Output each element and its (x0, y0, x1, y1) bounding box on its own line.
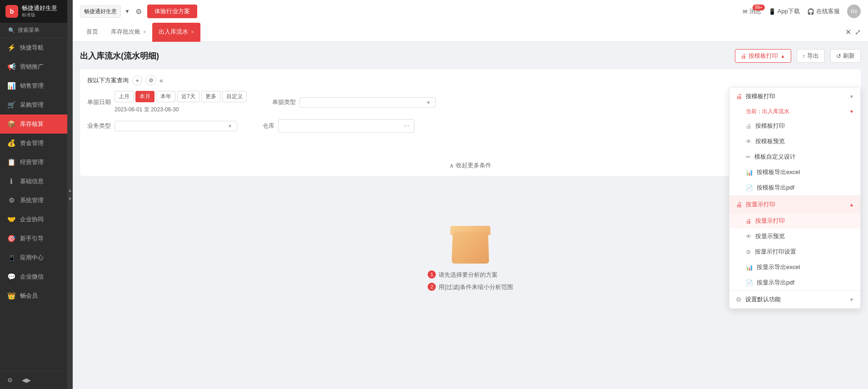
panel-item-display-preview[interactable]: 👁 按显示预览 (729, 229, 860, 244)
collab-icon: 🤝 (7, 215, 15, 224)
sidebar-item-operations[interactable]: 📋 经营管理 (0, 153, 67, 172)
guide-icon: 🎯 (7, 234, 15, 243)
refresh-button[interactable]: ↺ 刷新 (830, 49, 861, 63)
tab-inventory-batch-close[interactable]: × (143, 29, 146, 35)
page-header: 出入库流水(流水明细) 🖨 按模板打印 ▲ ↑ 导出 ↺ 刷新 (80, 49, 861, 63)
tab-close-all-button[interactable]: ✕ (845, 28, 851, 36)
template-print-chevron: ▲ (781, 54, 785, 59)
tab-stock-flow[interactable]: 出入库流水 × (152, 23, 200, 42)
panel-default-header[interactable]: ⚙ 设置默认功能 ▼ (729, 291, 860, 308)
tab-inventory-batch[interactable]: 库存批次账 × (105, 23, 152, 42)
date-btn-last-7-days[interactable]: 近7天 (177, 91, 200, 102)
filter-type-item: 单据类型 ▼ (272, 97, 436, 108)
sidebar-scroll: ▲ ▼ (67, 0, 73, 389)
filter-collapse-icon[interactable]: « (160, 77, 163, 84)
topbar-settings-icon[interactable]: ⚙ (135, 7, 142, 16)
date-btn-this-year[interactable]: 本年 (156, 91, 175, 102)
tab-expand-button[interactable]: ⤢ (855, 28, 861, 36)
sidebar-item-beginner-guide[interactable]: 🎯 新手引导 (0, 229, 67, 248)
sidebar-item-quick-nav[interactable]: ⚡ 快捷导航 (0, 38, 67, 57)
date-btn-more[interactable]: 更多 (201, 91, 220, 102)
filter-business-type-item: 业务类型 ▼ (87, 121, 237, 131)
empty-tip-1: 1 请先选择要分析的方案 (428, 270, 513, 279)
system-icon: ⚙ (7, 196, 15, 204)
panel-template-print-header[interactable]: 🖨 按模板打印 ▼ (729, 88, 860, 105)
sidebar-collapse-button[interactable]: ◀▶ (22, 377, 31, 384)
message-icon: ✉ (743, 8, 748, 15)
finance-icon: 💰 (7, 139, 15, 147)
sidebar-item-purchase[interactable]: 🛒 采购管理 (0, 95, 67, 115)
empty-tip-2: 2 用[过滤]条件来缩小分析范围 (428, 283, 513, 291)
sidebar-item-sales[interactable]: 📊 销售管理 (0, 76, 67, 95)
type-select[interactable]: ▼ (299, 97, 436, 108)
dropdown-panel: 🖨 按模板打印 ▼ 当前：出入库流水 ▼ 🖨 按模板打印 👁 按模板预览 (729, 87, 861, 309)
empty-illustration (443, 218, 498, 263)
page-content: 出入库流水(流水明细) 🖨 按模板打印 ▲ ↑ 导出 ↺ 刷新 (73, 42, 868, 389)
default-panel-icon: ⚙ (736, 296, 742, 303)
user-avatar[interactable]: Rit (847, 5, 861, 18)
panel-item-display-print-settings[interactable]: ⚙ 按显示打印设置 (729, 244, 860, 259)
sidebar-item-enterprise-collab[interactable]: 🤝 企业协同 (0, 210, 67, 229)
sidebar-settings-button[interactable]: ⚙ (7, 377, 13, 384)
app-download-button[interactable]: 📱 App下载 (768, 7, 800, 15)
tip-text-2: 用[过滤]条件来缩小分析范围 (439, 283, 513, 291)
template-print-button[interactable]: 🖨 按模板打印 ▲ (735, 49, 791, 63)
date-options: 上月 本月 本年 近7天 更多 自定义 (115, 91, 247, 102)
app-logo: b 畅捷通好生意 标准版 (0, 0, 67, 23)
filter-add-button[interactable]: + (132, 75, 142, 85)
panel-item-display-export-pdf[interactable]: 📄 按显示导出pdf (729, 275, 860, 290)
panel-item-template-export-excel[interactable]: 📊 按模板导出excel (729, 165, 860, 180)
sub-design-icon: ✏ (746, 154, 751, 160)
sidebar-item-vip[interactable]: 👑 畅会员 (0, 286, 67, 305)
tab-stock-flow-close[interactable]: × (191, 29, 194, 35)
panel-item-template-design[interactable]: ✏ 模板自定义设计 (729, 149, 860, 165)
tab-home[interactable]: 首页 (80, 23, 105, 42)
filter-label: 按以下方案查询 (87, 76, 129, 85)
business-type-select[interactable]: ▼ (115, 121, 237, 131)
message-button[interactable]: ✉ 消息 99+ (743, 7, 761, 15)
sub-pdf-icon: 📄 (746, 185, 753, 191)
panel-item-template-print[interactable]: 🖨 按模板打印 (729, 118, 860, 134)
sidebar-item-enterprise-wechat[interactable]: 💬 企业微信 (0, 267, 67, 286)
filter-settings-button[interactable]: ⚙ (146, 75, 156, 85)
disp-excel-icon: 📊 (746, 264, 753, 271)
default-panel-title: 设置默认功能 (745, 295, 781, 304)
panel-item-display-print[interactable]: 🖨 按显示打印 (729, 213, 860, 229)
sidebar-item-basic-info[interactable]: ℹ 基础信息 (0, 172, 67, 191)
date-btn-custom[interactable]: 自定义 (222, 91, 247, 102)
panel-display-print-header[interactable]: 🖨 按显示打印 ▲ (729, 196, 860, 213)
disp-pdf-icon: 📄 (746, 279, 753, 286)
sidebar-item-finance[interactable]: 💰 资金管理 (0, 134, 67, 153)
logo-icon: b (5, 5, 18, 18)
panel-template-print-section: 🖨 按模板打印 ▼ 当前：出入库流水 ▼ 🖨 按模板打印 👁 按模板预览 (729, 88, 860, 196)
panel-item-template-export-pdf[interactable]: 📄 按模板导出pdf (729, 180, 860, 195)
sub-preview-icon: 👁 (746, 138, 752, 145)
sidebar-item-system[interactable]: ⚙ 系统管理 (0, 191, 67, 210)
disp-settings-icon: ⚙ (746, 249, 751, 255)
export-button[interactable]: ↑ 导出 (797, 49, 825, 63)
sub-excel-icon: 📊 (746, 169, 753, 176)
sidebar-item-marketing[interactable]: 📢 营销推广 (0, 57, 67, 76)
filter-warehouse-item: 仓库 ··· (263, 119, 414, 133)
current-label-arrow: ▼ (849, 109, 854, 114)
panel-item-display-export-excel[interactable]: 📊 按显示导出excel (729, 259, 860, 275)
search-menu-item[interactable]: 🔍 搜索菜单 (0, 23, 67, 38)
date-btn-last-month[interactable]: 上月 (115, 91, 134, 102)
message-badge: 99+ (753, 5, 765, 10)
sidebar-item-app-center[interactable]: 📱 应用中心 (0, 248, 67, 267)
sidebar: b 畅捷通好生意 标准版 🔍 搜索菜单 ⚡ 快捷导航 📢 营销推广 📊 销售管理… (0, 0, 67, 389)
panel-item-template-preview[interactable]: 👁 按模板预览 (729, 134, 860, 149)
user-dropdown-arrow[interactable]: ▼ (125, 8, 130, 15)
online-service-button[interactable]: 🎧 在线客服 (807, 7, 840, 15)
template-print-panel-arrow: ▼ (849, 94, 854, 99)
quick-nav-icon: ⚡ (7, 44, 15, 52)
phone-icon: 📱 (768, 8, 776, 15)
trial-button[interactable]: 体验行业方案 (147, 5, 197, 18)
wechat-icon: 💬 (7, 273, 15, 281)
warehouse-select[interactable]: ··· (278, 119, 414, 133)
sidebar-item-inventory[interactable]: 📦 库存核算 (0, 115, 67, 134)
username-display[interactable]: 畅捷通好生意 (80, 5, 121, 18)
panel-default-section: ⚙ 设置默认功能 ▼ (729, 291, 860, 309)
refresh-icon: ↺ (836, 53, 841, 60)
date-btn-this-month[interactable]: 本月 (135, 91, 155, 102)
